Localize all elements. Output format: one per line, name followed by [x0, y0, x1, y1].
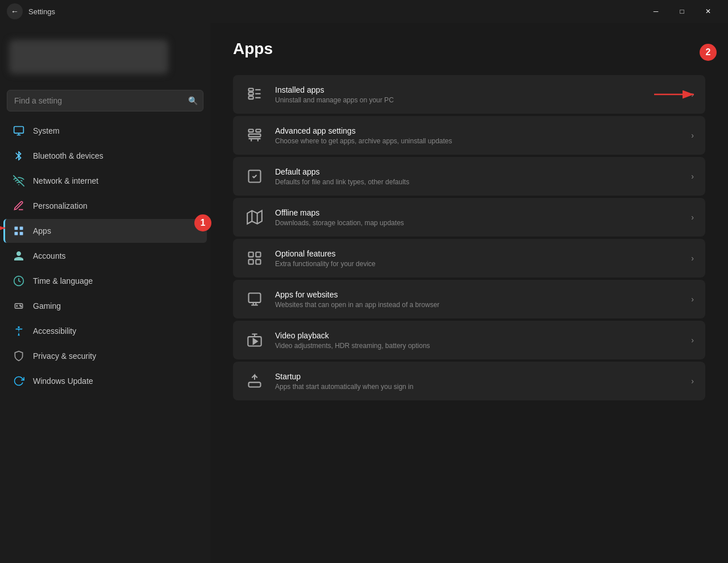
svg-marker-34: [253, 339, 257, 344]
sidebar-item-bluetooth[interactable]: Bluetooth & devices: [3, 144, 207, 168]
optional-features-icon: [244, 248, 265, 268]
sidebar: 🔍 System Bluetooth & devices: [0, 23, 210, 563]
page-title: Apps: [233, 40, 705, 58]
svg-point-11: [20, 306, 22, 307]
svg-rect-2: [20, 227, 23, 230]
svg-rect-13: [249, 89, 253, 92]
offline-maps-text: Offline maps Downloads, storage location…: [275, 208, 681, 227]
video-playback-chevron: ›: [691, 336, 694, 345]
svg-rect-4: [20, 232, 23, 235]
content-area: Apps Installed apps Uninstall and manage…: [210, 23, 728, 563]
default-apps-icon: [244, 166, 265, 187]
video-playback-icon: [244, 330, 265, 350]
close-button[interactable]: ✕: [695, 2, 721, 20]
installed-apps-icon: [244, 84, 265, 105]
sidebar-item-privacy[interactable]: Privacy & security: [3, 344, 207, 368]
sidebar-item-label-accounts: Accounts: [33, 251, 66, 260]
annotation-badge-2: 2: [700, 44, 717, 61]
startup-icon: [244, 371, 265, 391]
svg-rect-35: [249, 382, 261, 387]
svg-rect-23: [249, 134, 261, 137]
sidebar-item-label-update: Windows Update: [33, 376, 93, 386]
svg-rect-3: [15, 232, 18, 235]
window-controls: ─ □ ✕: [643, 2, 721, 20]
maximize-button[interactable]: □: [669, 2, 695, 20]
svg-rect-21: [249, 130, 253, 133]
sidebar-item-label-apps: Apps: [33, 226, 51, 235]
apps-for-websites-icon: [244, 289, 265, 309]
optional-features-chevron: ›: [691, 254, 694, 263]
bluetooth-icon: [13, 150, 25, 162]
svg-rect-31: [256, 259, 260, 264]
installed-apps-chevron: ›: [691, 90, 694, 99]
sidebar-item-personalization[interactable]: Personalization: [3, 194, 207, 218]
installed-apps-text: Installed apps Uninstall and manage apps…: [275, 85, 681, 104]
setting-item-apps-for-websites[interactable]: Apps for websites Websites that can open…: [233, 280, 705, 318]
title-bar: ← Settings ─ □ ✕: [0, 0, 728, 23]
back-button[interactable]: ←: [7, 3, 23, 19]
annotation-arrow-1: [0, 221, 11, 235]
svg-point-12: [18, 326, 19, 328]
app-title: Settings: [28, 7, 55, 16]
time-icon: [13, 275, 25, 287]
search-icon: 🔍: [188, 96, 198, 105]
default-apps-title: Default apps: [275, 167, 681, 176]
offline-maps-desc: Downloads, storage location, map updates: [275, 219, 681, 227]
video-playback-desc: Video adjustments, HDR streaming, batter…: [275, 342, 681, 350]
apps-for-websites-title: Apps for websites: [275, 290, 681, 299]
startup-title: Startup: [275, 372, 681, 381]
sidebar-item-label-bluetooth: Bluetooth & devices: [33, 151, 103, 160]
video-playback-text: Video playback Video adjustments, HDR st…: [275, 331, 681, 350]
sidebar-item-update[interactable]: Windows Update: [3, 369, 207, 393]
setting-item-offline-maps[interactable]: Offline maps Downloads, storage location…: [233, 198, 705, 237]
svg-rect-22: [256, 130, 260, 133]
search-box: 🔍: [7, 90, 203, 111]
svg-rect-15: [249, 97, 253, 100]
svg-rect-0: [14, 127, 24, 134]
annotation-badge-1: 1: [194, 214, 211, 231]
sidebar-item-network[interactable]: Network & internet: [3, 169, 207, 193]
settings-list: Installed apps Uninstall and manage apps…: [233, 75, 705, 400]
setting-item-advanced-app-settings[interactable]: Advanced app settings Choose where to ge…: [233, 116, 705, 155]
network-icon: [13, 175, 25, 187]
setting-item-startup[interactable]: Startup Apps that start automatically wh…: [233, 362, 705, 400]
advanced-app-settings-desc: Choose where to get apps, archive apps, …: [275, 137, 681, 145]
default-apps-chevron: ›: [691, 172, 694, 181]
privacy-icon: [13, 350, 25, 362]
svg-rect-14: [249, 93, 253, 96]
offline-maps-chevron: ›: [691, 213, 694, 222]
sidebar-item-system[interactable]: System: [3, 119, 207, 143]
sidebar-item-apps[interactable]: Apps 1: [3, 219, 207, 243]
minimize-button[interactable]: ─: [643, 2, 669, 20]
sidebar-item-label-network: Network & internet: [33, 176, 98, 185]
svg-rect-28: [249, 252, 253, 257]
setting-item-video-playback[interactable]: Video playback Video adjustments, HDR st…: [233, 321, 705, 359]
accessibility-icon: [13, 325, 25, 337]
startup-chevron: ›: [691, 376, 694, 386]
optional-features-title: Optional features: [275, 249, 681, 258]
sidebar-item-accounts[interactable]: Accounts: [3, 244, 207, 268]
svg-rect-30: [249, 259, 253, 264]
svg-rect-29: [256, 252, 260, 257]
search-input[interactable]: [7, 90, 203, 111]
sidebar-item-label-time: Time & language: [33, 276, 93, 285]
sidebar-item-time[interactable]: Time & language: [3, 269, 207, 293]
default-apps-desc: Defaults for file and link types, other …: [275, 178, 681, 186]
update-icon: [13, 375, 25, 387]
advanced-app-settings-title: Advanced app settings: [275, 126, 681, 135]
advanced-app-settings-icon: [244, 125, 265, 146]
advanced-app-settings-chevron: ›: [691, 131, 694, 140]
sidebar-item-accessibility[interactable]: Accessibility: [3, 319, 207, 343]
setting-item-installed-apps[interactable]: Installed apps Uninstall and manage apps…: [233, 75, 705, 114]
video-playback-title: Video playback: [275, 331, 681, 340]
gaming-icon: [13, 300, 25, 312]
startup-text: Startup Apps that start automatically wh…: [275, 372, 681, 391]
sidebar-item-label-privacy: Privacy & security: [33, 351, 96, 361]
setting-item-default-apps[interactable]: Default apps Defaults for file and link …: [233, 157, 705, 196]
sidebar-item-gaming[interactable]: Gaming: [3, 294, 207, 318]
accounts-icon: [13, 250, 25, 262]
apps-for-websites-chevron: ›: [691, 295, 694, 304]
offline-maps-title: Offline maps: [275, 208, 681, 217]
setting-item-optional-features[interactable]: Optional features Extra functionality fo…: [233, 239, 705, 278]
optional-features-desc: Extra functionality for your device: [275, 260, 681, 268]
